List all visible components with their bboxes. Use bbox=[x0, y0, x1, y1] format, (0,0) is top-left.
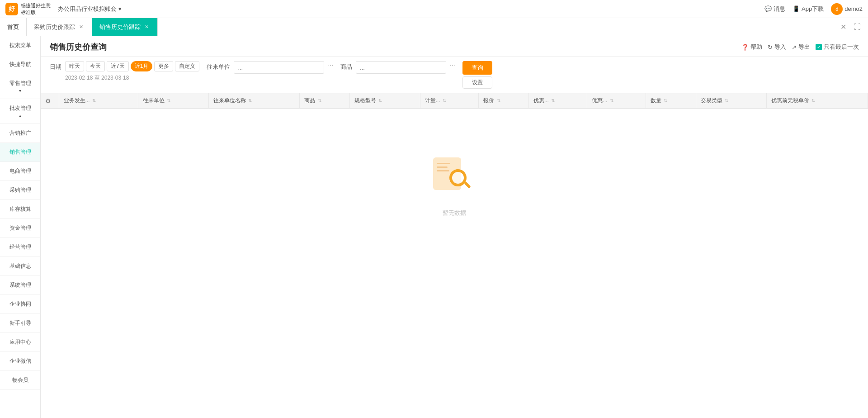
th-spec[interactable]: 规格型号 ⇅ bbox=[349, 93, 420, 109]
sidebar-item-marketing[interactable]: 营销推广 bbox=[0, 124, 40, 143]
sidebar-item-ecommerce-mgmt[interactable]: 电商管理 bbox=[0, 162, 40, 181]
download-icon: 📱 bbox=[793, 5, 800, 12]
th-partner[interactable]: 往来单位 ⇅ bbox=[138, 93, 208, 109]
product-input[interactable] bbox=[356, 61, 446, 74]
th-discount1[interactable]: 优惠... ⇅ bbox=[528, 93, 587, 109]
user-nav[interactable]: d demo2 bbox=[831, 3, 863, 15]
table-head: ⚙ 业务发生... ⇅ 往来单位 ⇅ 往来单位名称 bbox=[41, 93, 868, 109]
sidebar-item-enterprise-wechat[interactable]: 企业微信 bbox=[0, 352, 40, 371]
sidebar-item-system-mgmt[interactable]: 系统管理 bbox=[0, 276, 40, 295]
enterprise-collab-label: 企业协同 bbox=[9, 300, 31, 308]
system-mgmt-label: 系统管理 bbox=[9, 281, 31, 289]
date-btns-row: 昨天 今天 近7天 近1月 更多 自定义 bbox=[65, 61, 199, 71]
sales-mgmt-label: 销售管理 bbox=[9, 148, 31, 156]
operations-mgmt-label: 经营管理 bbox=[9, 243, 31, 251]
purchase-mgmt-label: 采购管理 bbox=[9, 186, 31, 194]
query-button[interactable]: 查询 bbox=[462, 61, 492, 75]
th-pretax-price[interactable]: 优惠前无税单价 ⇅ bbox=[766, 93, 868, 109]
gear-icon[interactable]: ⚙ bbox=[45, 97, 51, 104]
query-buttons: 查询 设置 bbox=[462, 61, 492, 89]
partner-input[interactable] bbox=[234, 61, 324, 74]
topbar: 好 畅捷通好生意 标准版 办公用品行业模拟账套 ▾ 💬 消息 📱 App下载 d… bbox=[0, 0, 868, 18]
date-btn-yesterday[interactable]: 昨天 bbox=[65, 61, 84, 71]
sort-partner-name-icon: ⇅ bbox=[248, 98, 252, 103]
marketing-label: 营销推广 bbox=[9, 129, 31, 137]
sidebar-item-basic-info[interactable]: 基础信息 bbox=[0, 257, 40, 276]
sidebar-item-vip-member[interactable]: 畅会员 bbox=[0, 371, 40, 390]
sidebar-item-finance-mgmt[interactable]: 资金管理 bbox=[0, 219, 40, 238]
table-wrapper: ⚙ 业务发生... ⇅ 往来单位 ⇅ 往来单位名称 bbox=[41, 93, 868, 418]
sidebar-item-enterprise-collab[interactable]: 企业协同 bbox=[0, 295, 40, 314]
sidebar-item-inventory[interactable]: 库存核算 bbox=[0, 200, 40, 219]
product-dots-btn[interactable]: ··· bbox=[450, 61, 455, 68]
filter-bar: 日期 昨天 今天 近7天 近1月 更多 自定义 2023-02-18 至 202… bbox=[41, 57, 868, 93]
quick-nav-label: 快捷导航 bbox=[9, 61, 31, 68]
th-trade-type[interactable]: 交易类型 ⇅ bbox=[696, 93, 766, 109]
sort-quantity-icon: ⇅ bbox=[664, 98, 667, 103]
partner-filter-group: 往来单位 ··· bbox=[207, 61, 333, 74]
main-area: 搜索菜单 快捷导航 零售管理 ▾ 批发管理 ▴ 营销推广 销售管理 电商管理 采… bbox=[0, 36, 868, 418]
sidebar-item-new-guide[interactable]: 新手引导 bbox=[0, 314, 40, 333]
sidebar-item-app-center[interactable]: 应用中心 bbox=[0, 333, 40, 352]
inventory-label: 库存核算 bbox=[9, 205, 31, 213]
th-price[interactable]: 报价 ⇅ bbox=[479, 93, 529, 109]
tab-actions: ✕ ⛶ bbox=[839, 21, 868, 33]
date-btn-today[interactable]: 今天 bbox=[86, 61, 105, 71]
sort-biz-date-icon: ⇅ bbox=[92, 98, 96, 103]
app-selector[interactable]: 办公用品行业模拟账套 ▾ bbox=[54, 3, 125, 15]
page-title: 销售历史价查询 bbox=[50, 42, 107, 52]
empty-illustration bbox=[429, 154, 479, 204]
date-btn-7days[interactable]: 近7天 bbox=[107, 61, 129, 71]
sort-product-icon: ⇅ bbox=[318, 98, 321, 103]
th-unit[interactable]: 计量... ⇅ bbox=[420, 93, 479, 109]
message-nav[interactable]: 💬 消息 bbox=[764, 5, 785, 13]
partner-dots-btn[interactable]: ··· bbox=[328, 61, 333, 68]
sidebar-item-quick-nav[interactable]: 快捷导航 bbox=[0, 55, 40, 74]
enterprise-wechat-label: 企业微信 bbox=[9, 357, 31, 365]
th-partner-name[interactable]: 往来单位名称 ⇅ bbox=[208, 93, 300, 109]
ecommerce-mgmt-label: 电商管理 bbox=[9, 167, 31, 175]
th-quantity[interactable]: 数量 ⇅ bbox=[646, 93, 696, 109]
export-icon: ↗ bbox=[792, 44, 797, 51]
only-last-checkbox[interactable]: ✓ bbox=[816, 44, 822, 50]
wholesale-arrow-icon: ▴ bbox=[19, 113, 21, 118]
date-btn-more[interactable]: 更多 bbox=[154, 61, 173, 71]
table-scroll[interactable]: ⚙ 业务发生... ⇅ 往来单位 ⇅ 往来单位名称 bbox=[41, 93, 868, 418]
help-action[interactable]: ❓ 帮助 bbox=[741, 43, 762, 51]
date-btn-custom[interactable]: 自定义 bbox=[175, 61, 199, 71]
sidebar-item-purchase-mgmt[interactable]: 采购管理 bbox=[0, 181, 40, 200]
close-purchase-tab[interactable]: ✕ bbox=[78, 24, 85, 30]
th-product[interactable]: 商品 ⇅ bbox=[300, 93, 350, 109]
app-download-nav[interactable]: 📱 App下载 bbox=[793, 5, 824, 13]
sort-unit-icon: ⇅ bbox=[443, 98, 446, 103]
tab-sales-history[interactable]: 销售历史价跟踪 ✕ bbox=[92, 18, 158, 36]
sidebar-item-operations-mgmt[interactable]: 经营管理 bbox=[0, 238, 40, 257]
tab-home[interactable]: 首页 bbox=[0, 18, 27, 36]
sort-pretax-price-icon: ⇅ bbox=[811, 98, 815, 103]
empty-state: 暂无数据 bbox=[41, 109, 868, 262]
sidebar-item-sales-mgmt[interactable]: 销售管理 bbox=[0, 143, 40, 162]
page-header: 销售历史价查询 ❓ 帮助 ↻ 导入 ↗ 导出 ✓ 只看最后一次 bbox=[41, 36, 868, 57]
th-biz-date[interactable]: 业务发生... ⇅ bbox=[59, 93, 138, 109]
import-action[interactable]: ↻ 导入 bbox=[768, 43, 786, 51]
tab-purchase-history[interactable]: 采购历史价跟踪 ✕ bbox=[27, 18, 92, 36]
th-discount2[interactable]: 优惠... ⇅ bbox=[587, 93, 646, 109]
date-btn-1month[interactable]: 近1月 bbox=[131, 61, 153, 71]
export-action[interactable]: ↗ 导出 bbox=[792, 43, 810, 51]
sidebar-item-wholesale-mgmt[interactable]: 批发管理 ▴ bbox=[0, 99, 40, 124]
new-guide-label: 新手引导 bbox=[9, 319, 31, 327]
close-tab-action[interactable]: ✕ bbox=[839, 21, 848, 33]
sort-price-icon: ⇅ bbox=[497, 98, 500, 103]
sort-discount1-icon: ⇅ bbox=[551, 98, 555, 103]
help-icon: ❓ bbox=[741, 44, 749, 51]
sort-discount2-icon: ⇅ bbox=[610, 98, 613, 103]
sidebar-item-search-menu[interactable]: 搜索菜单 bbox=[0, 36, 40, 55]
fullscreen-tab-action[interactable]: ⛶ bbox=[852, 21, 863, 33]
only-last-checkbox-area[interactable]: ✓ 只看最后一次 bbox=[816, 43, 859, 51]
empty-text: 暂无数据 bbox=[443, 209, 466, 217]
close-sales-tab[interactable]: ✕ bbox=[143, 24, 150, 30]
date-label: 日期 bbox=[50, 61, 61, 71]
sidebar-item-retail-mgmt[interactable]: 零售管理 ▾ bbox=[0, 74, 40, 99]
search-menu-label: 搜索菜单 bbox=[9, 42, 31, 49]
settings-button[interactable]: 设置 bbox=[462, 76, 492, 89]
